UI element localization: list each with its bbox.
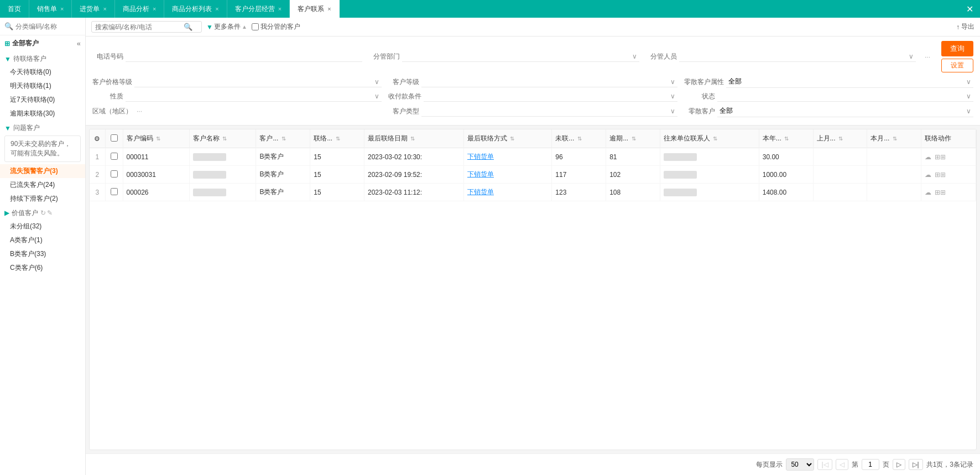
row-last-date-1: 2023-02-09 19:52: <box>364 166 464 184</box>
export-button[interactable]: ↑ 导出 <box>956 22 974 32</box>
col-contact[interactable]: 联络... ⇅ <box>310 129 364 148</box>
sidebar-item-tomorrow-contact[interactable]: 明天待联络(1) <box>0 79 85 93</box>
action-contact-icon-2[interactable]: ☁ <box>925 189 931 196</box>
toolbar-search-input[interactable] <box>95 23 184 31</box>
col-this-month[interactable]: 本月... ⇅ <box>867 129 921 148</box>
tab-home[interactable]: 首页 <box>0 0 29 18</box>
filter-phone-input[interactable] <box>126 51 362 62</box>
prev-page-btn[interactable]: ◁ <box>836 459 848 470</box>
col-type[interactable]: 客户... ⇅ <box>256 129 310 148</box>
col-code[interactable]: 客户编码 ⇅ <box>123 129 189 148</box>
row-checkbox-2[interactable] <box>111 188 118 195</box>
filter-retail-select[interactable]: 全部 ∨ <box>717 105 973 117</box>
select-all-checkbox[interactable] <box>111 134 118 142</box>
filter-panel: 电话号码 分管部门 ∨ 分管人员 ∨ <box>86 36 980 126</box>
col-this-year[interactable]: 本年... ⇅ <box>759 129 813 148</box>
query-button[interactable]: 查询 <box>941 41 973 56</box>
col-last-type[interactable]: 最后联络方式 ⇅ <box>464 129 552 148</box>
sidebar-item-class-b[interactable]: B类客户(33) <box>0 247 85 261</box>
filter-payment-select[interactable]: ∨ <box>424 91 677 102</box>
close-customer-contact-icon[interactable]: × <box>327 6 331 12</box>
my-customers-checkbox[interactable]: 我分管的客户 <box>252 22 300 32</box>
sidebar-item-week-contact[interactable]: 近7天待联络(0) <box>0 93 85 107</box>
action-contact-icon-0[interactable]: ☁ <box>925 153 931 161</box>
row-last-type-1[interactable]: 下销货单 <box>464 166 552 184</box>
sidebar-item-ungroup[interactable]: 未分组(32) <box>0 220 85 233</box>
filter-status-select[interactable]: ∨ <box>717 91 973 102</box>
tab-analysis[interactable]: 商品分析 × <box>115 0 164 18</box>
page-size-select[interactable]: 50 100 <box>786 458 814 471</box>
action-contact-icon-1[interactable]: ☁ <box>925 171 931 179</box>
col-checkbox[interactable] <box>105 129 123 148</box>
filter-phone-label: 电话号码 <box>92 52 123 61</box>
tab-purchase[interactable]: 进货单 × <box>72 0 114 18</box>
tab-analysis-list[interactable]: 商品分析列表 × <box>164 0 227 18</box>
row-uc-2 <box>660 184 759 201</box>
close-sales-icon[interactable]: × <box>60 6 64 12</box>
sidebar-search-input[interactable] <box>15 23 86 30</box>
close-purchase-icon[interactable]: × <box>103 6 106 12</box>
filter-retail-attr-select[interactable]: 全部 ∨ <box>726 76 973 88</box>
col-settings[interactable]: ⚙ <box>90 129 105 148</box>
row-last-type-0[interactable]: 下销货单 <box>464 148 552 166</box>
col-unit-contact[interactable]: 往来单位联系人 ⇅ <box>660 129 759 148</box>
section-value-customers[interactable]: ▶ 价值客户 ↻ ✎ <box>0 206 85 220</box>
section-problem-customers[interactable]: ▼ 问题客户 <box>0 121 85 134</box>
sidebar-item-declining[interactable]: 持续下滑客户(2) <box>0 192 85 206</box>
section-pending-contact[interactable]: ▼ 待联络客户 <box>0 51 85 65</box>
refresh-icon[interactable]: ↻ <box>40 209 46 217</box>
close-analysis-icon[interactable]: × <box>153 6 156 12</box>
tab-customer-layer[interactable]: 客户分层经营 × <box>227 0 290 18</box>
edit-icon[interactable]: ✎ <box>47 209 53 217</box>
last-page-btn[interactable]: ▷| <box>909 459 923 470</box>
col-name[interactable]: 客户名称 ⇅ <box>189 129 256 148</box>
action-more-icon-2[interactable]: ⊞⊞ <box>935 189 946 196</box>
filter-ctype-select[interactable]: ∨ <box>421 106 677 117</box>
my-customers-check[interactable] <box>252 23 259 30</box>
filter-price-level-select[interactable]: ∨ <box>134 77 382 87</box>
row-checkbox-0[interactable] <box>111 153 118 160</box>
col-not-contacted[interactable]: 未联... ⇅ <box>552 129 606 148</box>
close-customer-layer-icon[interactable]: × <box>278 6 282 12</box>
tab-customer-contact[interactable]: 客户联系 × <box>290 0 339 18</box>
toolbar-search-icon[interactable]: 🔍 <box>184 23 192 31</box>
filter-nature-select[interactable]: ∨ <box>126 91 382 102</box>
action-more-icon-0[interactable]: ⊞⊞ <box>935 153 946 161</box>
sidebar-item-churned[interactable]: 已流失客户(24) <box>0 178 85 192</box>
filter-price-level: 客户价格等级 ∨ <box>92 77 382 87</box>
window-close-icon[interactable]: ✕ <box>960 4 980 14</box>
page-number-input[interactable] <box>862 459 879 470</box>
col-last-date[interactable]: 最后联络日期 ⇅ <box>364 129 464 148</box>
row-checkbox-1[interactable] <box>111 170 118 178</box>
first-page-btn[interactable]: |◁ <box>817 459 832 470</box>
action-more-icon-1[interactable]: ⊞⊞ <box>935 171 946 179</box>
col-overdue[interactable]: 逾期... ⇅ <box>606 129 660 148</box>
all-customers-header[interactable]: ⊞ 全部客户 « <box>0 35 85 51</box>
filter-manager-select[interactable]: ∨ <box>679 51 916 62</box>
sort-contact-icon: ⇅ <box>336 135 340 142</box>
next-page-btn[interactable]: ▷ <box>893 459 905 470</box>
col-last-month[interactable]: 上月... ⇅ <box>813 129 867 148</box>
sidebar-item-class-c[interactable]: C类客户(6) <box>0 261 85 275</box>
filter-grade-select[interactable]: ∨ <box>421 77 677 87</box>
sidebar-item-class-a[interactable]: A类客户(1) <box>0 233 85 247</box>
table-header-row: ⚙ 客户编码 ⇅ 客户名称 ⇅ 客户... <box>90 129 976 148</box>
more-conditions-btn[interactable]: ▼ 更多条件 ▲ <box>206 22 247 32</box>
filter-dots-icon[interactable]: ··· <box>922 53 932 61</box>
collapse-icon[interactable]: « <box>77 39 81 48</box>
sort-last-date-icon: ⇅ <box>410 135 415 142</box>
row-name-1 <box>189 166 256 184</box>
sidebar-item-today-contact[interactable]: 今天待联络(0) <box>0 65 85 79</box>
row-action-2: ☁ ⊞⊞ <box>921 184 976 201</box>
filter-region-dots[interactable]: ··· <box>134 107 144 115</box>
settings-button[interactable]: 设置 <box>941 59 973 72</box>
arrow-down-icon2: ▼ <box>4 124 11 132</box>
sidebar-item-churn-warning[interactable]: 流失预警客户(3) <box>0 164 85 178</box>
filter-dept-select[interactable]: ∨ <box>402 51 639 62</box>
row-last-type-2[interactable]: 下销货单 <box>464 184 552 201</box>
total-label: 共1页，3条记录 <box>926 460 973 469</box>
close-analysis-list-icon[interactable]: × <box>215 6 218 12</box>
tab-sales[interactable]: 销售单 × <box>29 0 72 18</box>
row-overdue-1: 102 <box>606 166 660 184</box>
sidebar-item-overdue-contact[interactable]: 逾期未联络(30) <box>0 107 85 121</box>
